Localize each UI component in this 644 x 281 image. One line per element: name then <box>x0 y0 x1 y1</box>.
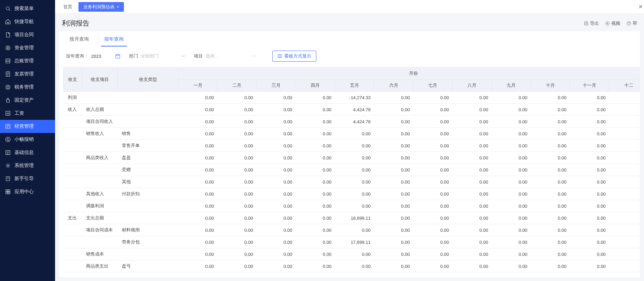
cell-val <box>609 140 640 152</box>
cell-val: 0.00 <box>413 164 453 176</box>
dept-select[interactable]: 全部部门 ﹀ <box>141 53 186 59</box>
cell-val: 0.00 <box>413 104 453 116</box>
sidebar-item-10[interactable]: 小畅报销 <box>0 133 55 146</box>
sidebar-item-1[interactable]: 快捷导航 <box>0 15 55 28</box>
sidebar-item-7[interactable]: 固定资产 <box>0 94 55 107</box>
cell-val: 0.00 <box>452 92 492 104</box>
cell-val <box>609 236 640 248</box>
sidebar-item-8[interactable]: 工资 <box>0 107 55 120</box>
svg-rect-2 <box>6 59 10 63</box>
cell-c1 <box>64 260 82 272</box>
cell-val: 0.00 <box>570 248 609 260</box>
cell-val: 18,699.11 <box>335 212 374 224</box>
cell-c1 <box>64 200 82 212</box>
cell-val: 0.00 <box>531 164 570 176</box>
export-button[interactable]: 导出 <box>584 20 599 27</box>
sidebar-item-11[interactable]: 基础信息 <box>0 146 55 159</box>
table-row: 销售收入销售0.000.000.000.000.000.000.000.000.… <box>64 128 640 140</box>
cell-val: 0.00 <box>256 200 296 212</box>
sidebar-item-9[interactable]: 经营管理 <box>0 120 55 133</box>
cell-val: 0.00 <box>296 116 335 128</box>
video-button[interactable]: 视频 <box>605 20 620 27</box>
cell-c3 <box>118 200 178 212</box>
svg-rect-5 <box>7 100 10 103</box>
cell-val: 0.00 <box>413 224 453 236</box>
cell-c2 <box>82 92 117 104</box>
cell-val: 0.00 <box>217 260 256 272</box>
page-title: 利润报告 <box>62 19 89 28</box>
inner-tab-0[interactable]: 按月查询 <box>66 31 92 46</box>
cell-c2: 商品类收入 <box>82 152 117 164</box>
video-label: 视频 <box>611 20 620 27</box>
sidebar-item-5[interactable]: 发票管理 <box>0 67 55 81</box>
cell-val: 0.00 <box>570 200 609 212</box>
project-select[interactable]: 选择... ··· <box>205 53 257 59</box>
sidebar-item-12[interactable]: 系统管理 <box>0 159 55 172</box>
cell-val <box>609 104 640 116</box>
cell-c1: 支出 <box>64 212 82 224</box>
project-placeholder: 选择... <box>205 53 218 59</box>
cell-c3 <box>118 92 178 104</box>
sidebar-item-6[interactable]: 税务管理 <box>0 81 55 94</box>
cell-c2: 项目合同成本 <box>82 224 117 236</box>
sidebar-item-label: 项目合同 <box>14 32 34 38</box>
cell-val: 0.00 <box>413 176 453 188</box>
cell-val: 0.00 <box>413 152 453 164</box>
close-icon[interactable]: × <box>638 3 643 11</box>
cell-val: 0.00 <box>413 128 453 140</box>
cell-val: 0.00 <box>217 224 256 236</box>
inner-tab-1[interactable]: 按年查询 <box>101 31 127 46</box>
cell-val <box>609 164 640 176</box>
cell-val: 0.00 <box>452 104 492 116</box>
svg-point-17 <box>627 21 631 25</box>
year-input[interactable] <box>91 54 112 59</box>
kanban-button[interactable]: 看板方式显示 <box>272 51 316 62</box>
cell-c1 <box>64 176 82 188</box>
cell-val: 0.00 <box>256 248 296 260</box>
sidebar-item-2[interactable]: 项目合同 <box>0 28 55 41</box>
cell-c3: 盘盈 <box>118 152 178 164</box>
cell-val: 0.00 <box>217 188 256 200</box>
table-wrap[interactable]: 收支收支项目收支类型月份一月二月三月四月五月六月七月八月九月十月十一月十二 利润… <box>59 67 640 277</box>
cell-val: 0.00 <box>531 200 570 212</box>
cell-c2: 其他收入 <box>82 188 117 200</box>
help-icon <box>626 21 631 26</box>
cell-val: 0.00 <box>492 152 531 164</box>
cell-val: 0.00 <box>296 188 335 200</box>
calendar-icon[interactable] <box>115 53 121 59</box>
cell-val: 0.00 <box>374 188 413 200</box>
cell-val: 0.00 <box>570 128 609 140</box>
cell-val: 0.00 <box>570 104 609 116</box>
cell-val: 0.00 <box>296 248 335 260</box>
tab-close-icon[interactable]: × <box>117 2 119 12</box>
cell-c3: 受赠 <box>118 164 178 176</box>
sidebar-item-14[interactable]: 应用中心 <box>0 185 55 198</box>
cell-c2: 项目合同收入 <box>82 116 117 128</box>
tab-0[interactable]: 首页 <box>59 2 77 12</box>
tab-1[interactable]: 业务利润预估表× <box>78 2 124 12</box>
cell-c1: 收入 <box>64 104 82 116</box>
sidebar-item-3[interactable]: 资金管理 <box>0 41 55 54</box>
table-row: 其他收入付款折扣0.000.000.000.000.000.000.000.00… <box>64 188 640 200</box>
cell-c1 <box>64 224 82 236</box>
cell-val: 0.00 <box>178 212 218 224</box>
cell-val: 0.00 <box>492 248 531 260</box>
tax-icon <box>5 84 11 90</box>
help-button[interactable]: 帮 <box>626 20 637 27</box>
sidebar-item-4[interactable]: 总账管理 <box>0 54 55 67</box>
cell-val: 0.00 <box>374 200 413 212</box>
cell-c3 <box>118 248 178 260</box>
sidebar-item-0[interactable]: 搜索菜单 <box>0 2 55 15</box>
cell-val: 0.00 <box>178 176 218 188</box>
sidebar-item-label: 基础信息 <box>14 149 34 156</box>
gear-icon <box>5 163 11 169</box>
info-icon <box>5 149 11 156</box>
th-month-4: 五月 <box>335 80 374 92</box>
cell-val <box>609 212 640 224</box>
svg-point-0 <box>6 7 9 10</box>
cell-val: 4,424.78 <box>335 104 374 116</box>
more-icon[interactable]: ··· <box>251 53 257 58</box>
cell-c3: 盘亏 <box>118 260 178 272</box>
sidebar-item-13[interactable]: 新手引导 <box>0 172 55 185</box>
help-label: 帮 <box>633 20 637 27</box>
